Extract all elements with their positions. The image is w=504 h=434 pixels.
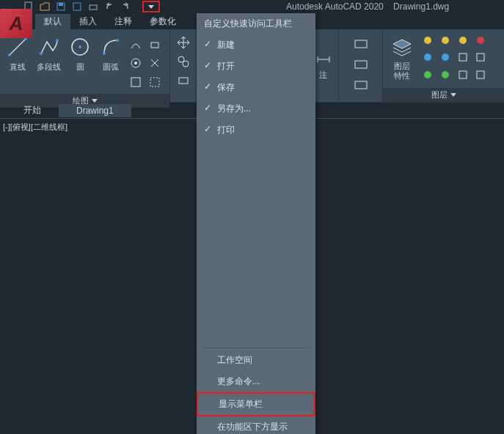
tool-label: 圆弧 (103, 62, 119, 73)
panel-annotate-label: 注 (319, 70, 327, 81)
file-tab-drawing[interactable]: Drawing1 (59, 104, 131, 117)
qat-save-icon[interactable] (56, 1, 66, 12)
svg-point-28 (477, 37, 484, 44)
stretch-icon[interactable] (175, 72, 192, 89)
svg-point-13 (116, 39, 119, 42)
layer-i6[interactable] (439, 51, 452, 64)
move-icon[interactable] (175, 34, 192, 51)
tool-circle[interactable]: 圆 (65, 32, 95, 91)
tool-line[interactable]: 直线 (3, 32, 32, 91)
layer-on-icon[interactable] (421, 34, 434, 47)
app-logo[interactable]: A (0, 9, 32, 38)
svg-point-26 (442, 37, 449, 44)
file-name: Drawing1.dwg (393, 1, 449, 12)
tool-a[interactable] (352, 35, 370, 53)
tool-arc[interactable]: 圆弧 (96, 32, 125, 91)
menu-item-save[interactable]: 保存 (197, 77, 315, 98)
svg-rect-18 (150, 78, 159, 87)
menu-spacer (197, 141, 315, 346)
panel-small-tools (339, 29, 383, 102)
panel-label-layers[interactable]: 图层 (383, 88, 504, 102)
menu-item-show-below-ribbon[interactable]: 在功能区下方显示 (197, 416, 315, 434)
ribbon-tab-insert[interactable]: 插入 (70, 14, 106, 29)
svg-point-15 (134, 62, 137, 65)
tool-label: 直线 (10, 62, 26, 73)
svg-rect-35 (459, 71, 467, 78)
svg-point-11 (78, 45, 81, 48)
app-name: Autodesk AutoCAD 2020 (286, 1, 384, 12)
layer-i12[interactable] (474, 68, 487, 81)
svg-line-5 (10, 39, 26, 55)
ribbon-tab-parametric[interactable]: 参数化 (141, 14, 185, 29)
circle-icon (68, 34, 92, 60)
chevron-down-icon (450, 93, 456, 97)
svg-point-33 (424, 71, 431, 78)
menu-item-saveas[interactable]: 另存为... (197, 98, 315, 119)
layer-i9[interactable] (421, 68, 434, 81)
tool-polyline[interactable]: 多段线 (34, 32, 64, 91)
menu-item-print[interactable]: 打印 (197, 119, 315, 141)
layers-icon (390, 34, 414, 60)
qat-undo-icon[interactable] (104, 1, 114, 12)
ribbon-tab-annotate[interactable]: 注释 (106, 14, 141, 29)
layer-lock-icon[interactable] (456, 34, 470, 47)
qat-plot-icon[interactable] (88, 1, 98, 12)
ribbon-tab-default[interactable]: 默认 (35, 14, 70, 29)
chevron-down-icon (92, 99, 98, 103)
qat-open-icon[interactable] (40, 1, 50, 12)
svg-point-8 (40, 52, 43, 55)
chevron-down-icon (148, 5, 154, 9)
tool-small-2[interactable] (127, 54, 145, 72)
menu-item-more-commands[interactable]: 更多命令... (197, 371, 315, 392)
qat-redo-icon[interactable] (120, 1, 131, 12)
tool-label: 圆 (76, 62, 84, 73)
layer-properties[interactable]: 图层 特性 (386, 32, 418, 85)
tool-small-3[interactable] (127, 73, 145, 91)
layer-i10[interactable] (439, 68, 452, 81)
tool-b[interactable] (352, 56, 370, 73)
layer-state-icons (420, 32, 492, 85)
tool-small-1[interactable] (127, 35, 145, 53)
layer-i5[interactable] (421, 51, 434, 64)
layer-i7[interactable] (456, 51, 470, 64)
layer-color-icon[interactable] (474, 34, 487, 47)
tool-small-5[interactable] (146, 54, 164, 72)
layer-i11[interactable] (456, 68, 470, 81)
view-label[interactable]: [-][俯视][二维线框] (3, 122, 67, 133)
svg-rect-21 (179, 78, 188, 84)
svg-point-20 (183, 61, 189, 67)
svg-rect-23 (355, 61, 367, 68)
tool-small-6[interactable] (146, 73, 164, 91)
svg-rect-24 (355, 81, 367, 89)
svg-rect-3 (73, 3, 81, 10)
tool-label: 多段线 (37, 62, 61, 73)
svg-rect-16 (131, 78, 140, 87)
svg-point-34 (442, 71, 449, 78)
menu-item-workspace[interactable]: 工作空间 (197, 350, 315, 371)
title-bar: Autodesk AutoCAD 2020 Drawing1.dwg (0, 0, 504, 13)
arc-icon (99, 34, 123, 60)
tool-c[interactable] (352, 76, 370, 94)
svg-rect-36 (477, 71, 484, 78)
menu-item-open[interactable]: 打开 (197, 56, 315, 77)
svg-rect-17 (151, 43, 158, 48)
file-tab-start[interactable]: 开始 (6, 103, 59, 118)
svg-point-30 (442, 54, 449, 61)
svg-rect-4 (90, 5, 97, 10)
dimension-icon[interactable] (315, 51, 332, 68)
menu-item-new[interactable]: 新建 (197, 34, 315, 56)
layer-i8[interactable] (474, 51, 487, 64)
tool-small-4[interactable] (146, 35, 164, 53)
qat-customize-dropdown[interactable] (142, 1, 160, 12)
menu-divider (202, 347, 310, 348)
menu-item-show-menubar[interactable]: 显示菜单栏 (197, 392, 315, 416)
copy-icon[interactable] (175, 53, 192, 70)
svg-point-9 (56, 39, 59, 42)
qat-saveas-icon[interactable] (72, 1, 82, 12)
polyline-icon (37, 34, 61, 60)
layer-freeze-icon[interactable] (439, 34, 452, 47)
panel-draw: 直线 多段线 圆 圆弧 (0, 29, 170, 102)
svg-rect-2 (59, 3, 63, 6)
svg-point-29 (424, 54, 431, 61)
title-text: Autodesk AutoCAD 2020 Drawing1.dwg (286, 1, 449, 12)
